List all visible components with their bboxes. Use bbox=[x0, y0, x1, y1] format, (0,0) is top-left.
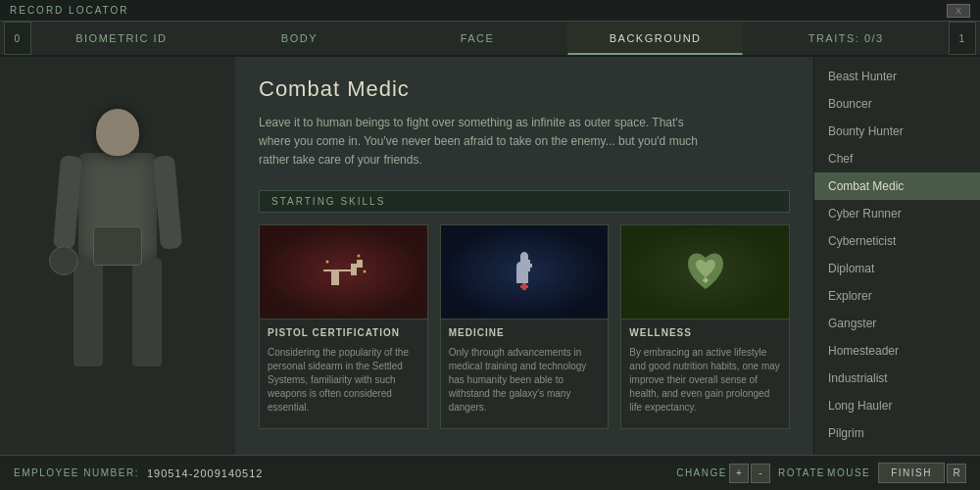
change-prev-btn[interactable]: + bbox=[729, 464, 749, 483]
finish-button[interactable]: FINISH bbox=[878, 463, 945, 483]
skills-header: STARTING SKILLS bbox=[259, 190, 790, 213]
skills-section: STARTING SKILLS bbox=[259, 190, 790, 429]
background-list-item[interactable]: Combat Medic bbox=[814, 172, 980, 200]
nav-bar: 0 BIOMETRIC ID BODY FACE BACKGROUND TRAI… bbox=[0, 22, 980, 57]
char-leg-right bbox=[132, 259, 162, 367]
char-torso bbox=[78, 153, 157, 261]
background-description: Leave it to human beings to fight over s… bbox=[259, 114, 710, 171]
background-name: Combat Medic bbox=[259, 76, 790, 102]
skill-icon-bg-pistol bbox=[260, 225, 427, 318]
skill-card-pistol: PISTOL CERTIFICATION Considering the pop… bbox=[259, 224, 428, 429]
employee-number: 190514-2009140512 bbox=[147, 467, 264, 479]
tab-traits[interactable]: TRAITS: 0/3 bbox=[745, 22, 947, 55]
skill-icon-area-wellness bbox=[621, 225, 789, 318]
background-list-item[interactable]: Gangster bbox=[814, 310, 980, 337]
change-label: CHANGE bbox=[676, 467, 727, 478]
background-list-item[interactable]: Beast Hunter bbox=[814, 63, 980, 90]
skill-icon-bg-wellness bbox=[621, 225, 789, 318]
change-next-btn[interactable]: - bbox=[751, 464, 770, 483]
char-chest-detail bbox=[93, 226, 142, 266]
svg-marker-0 bbox=[323, 260, 363, 275]
finish-group: FINISH R bbox=[878, 463, 966, 483]
skill-desc-pistol: Considering the popularity of the person… bbox=[260, 342, 427, 418]
mouse-label: MOUSE bbox=[827, 467, 870, 478]
background-list-item[interactable]: Pilgrim bbox=[814, 419, 980, 447]
bottom-bar: EMPLOYEE NUMBER: 190514-2009140512 CHANG… bbox=[0, 455, 980, 490]
background-list-item[interactable]: Cyber Runner bbox=[814, 200, 980, 227]
bottom-right-controls: CHANGE + - ROTATE MOUSE FINISH R bbox=[676, 463, 966, 483]
tab-body[interactable]: BODY bbox=[212, 22, 388, 55]
background-list-item[interactable]: Long Hauler bbox=[814, 392, 980, 419]
finish-key[interactable]: R bbox=[947, 464, 966, 483]
close-button[interactable]: X bbox=[947, 4, 970, 18]
skill-desc-medicine: Only through advancements in medical tra… bbox=[441, 342, 609, 418]
title-bar: RECORD LOCATOR X bbox=[0, 0, 980, 22]
background-list-item[interactable]: Diplomat bbox=[814, 255, 980, 282]
character-silhouette bbox=[20, 89, 216, 422]
employee-label: EMPLOYEE NUMBER: bbox=[14, 467, 139, 478]
svg-rect-1 bbox=[331, 271, 339, 285]
tab-face[interactable]: FACE bbox=[389, 22, 565, 55]
character-figure bbox=[39, 99, 196, 413]
center-panel: Combat Medic Leave it to human beings to… bbox=[235, 57, 813, 455]
background-list-item[interactable]: Homesteader bbox=[814, 337, 980, 365]
skill-icon-area-medicine bbox=[441, 225, 609, 318]
background-list-item[interactable]: Bouncer bbox=[814, 90, 980, 118]
background-list-item[interactable]: Chef bbox=[814, 145, 980, 172]
background-list-item[interactable]: Explorer bbox=[814, 282, 980, 310]
main-content: Combat Medic Leave it to human beings to… bbox=[0, 57, 980, 455]
tab-background[interactable]: BACKGROUND bbox=[567, 22, 744, 55]
svg-point-2 bbox=[326, 261, 329, 264]
svg-point-3 bbox=[358, 255, 361, 258]
svg-rect-6 bbox=[522, 283, 526, 290]
skill-icon-area-pistol bbox=[260, 225, 427, 318]
skill-name-pistol: PISTOL CERTIFICATION bbox=[260, 318, 427, 342]
char-helmet bbox=[49, 246, 78, 275]
heart-icon bbox=[676, 242, 735, 301]
skill-icon-bg-medicine bbox=[441, 225, 609, 318]
tab-biometric[interactable]: BIOMETRIC ID bbox=[33, 22, 210, 55]
background-list-item[interactable]: Bounty Hunter bbox=[814, 118, 980, 145]
character-panel bbox=[0, 57, 235, 455]
skill-name-medicine: MEDICINE bbox=[441, 318, 609, 342]
background-list-item[interactable]: Industrialist bbox=[814, 365, 980, 392]
char-head bbox=[96, 109, 139, 156]
background-list-item[interactable]: Professor bbox=[814, 447, 980, 455]
char-arm-right bbox=[153, 155, 182, 250]
change-group: CHANGE + - bbox=[676, 464, 770, 483]
skill-name-wellness: WELLNESS bbox=[621, 318, 789, 342]
nav-prev-btn[interactable]: 0 bbox=[4, 22, 31, 55]
char-leg-left bbox=[74, 259, 103, 367]
skill-card-wellness: WELLNESS By embracing an active lifestyl… bbox=[620, 224, 790, 429]
pistol-icon bbox=[314, 242, 372, 301]
background-list: Beast HunterBouncerBounty HunterChefComb… bbox=[813, 57, 980, 455]
svg-point-4 bbox=[364, 270, 367, 273]
nav-next-btn[interactable]: 1 bbox=[949, 22, 976, 55]
skill-card-medicine: MEDICINE Only through advancements in me… bbox=[440, 224, 610, 429]
skill-desc-wellness: By embracing an active lifestyle and goo… bbox=[621, 342, 789, 418]
background-list-item[interactable]: Cyberneticist bbox=[814, 227, 980, 255]
rotate-label: ROTATE bbox=[778, 467, 825, 478]
rotate-group: ROTATE MOUSE bbox=[778, 467, 870, 478]
title-bar-text: RECORD LOCATOR bbox=[10, 5, 129, 16]
svg-rect-8 bbox=[705, 277, 707, 283]
skills-grid: PISTOL CERTIFICATION Considering the pop… bbox=[259, 224, 790, 429]
glove-icon bbox=[495, 242, 554, 301]
